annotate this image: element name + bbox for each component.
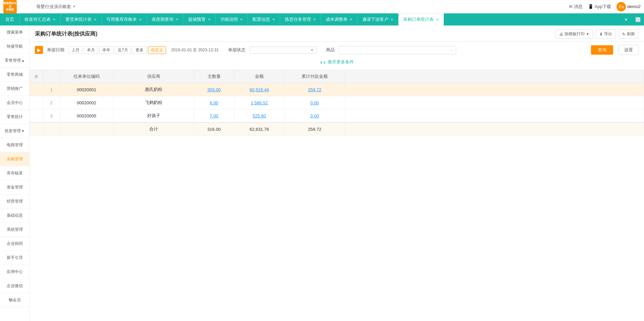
sidebar-label: 批发管理 <box>5 128 21 134</box>
sidebar-item-onboarding[interactable]: 新手引导 <box>0 251 29 265</box>
org-dropdown-icon: ▼ <box>72 5 76 8</box>
row-amount[interactable]: 525.80 <box>234 109 284 123</box>
sidebar-item-retail-mgmt[interactable]: 零售管理 ▲ <box>0 54 29 68</box>
th-gear[interactable]: ⚙ <box>30 70 43 83</box>
status-select[interactable]: ▼ <box>250 47 317 54</box>
tab-close-icon[interactable]: ✕ <box>350 17 353 22</box>
row-paid[interactable]: 259.72 <box>284 83 345 96</box>
tab-home[interactable]: 首页 <box>0 13 20 25</box>
sidebar-item-quick-nav[interactable]: 快捷导航 <box>0 40 29 54</box>
footer-extra <box>345 122 644 136</box>
row-amount[interactable]: 1,586.52 <box>234 96 284 109</box>
tab-成本调整单[interactable]: 成本调整单 ✕ <box>321 13 358 25</box>
tab-label: 采购订单统计表 <box>403 16 434 22</box>
table-row: 3 00020005 好孩子 7.00 525.80 0.00 <box>30 109 644 123</box>
th-supplier: 供应商 <box>113 70 194 83</box>
tab-close-icon[interactable]: ✕ <box>272 17 275 22</box>
row-check[interactable] <box>30 96 43 109</box>
tab-拣货任务管理[interactable]: 拣货任务管理 ✕ <box>280 13 321 25</box>
header-actions: 🖨 按模板打印 ▼ ⬇ 导出 ↻ 刷新 <box>555 30 639 39</box>
row-paid[interactable]: 0.00 <box>284 96 345 109</box>
tab-功能说明[interactable]: 功能说明 ✕ <box>216 13 248 25</box>
nav-expand-btn[interactable]: ⬜ <box>632 13 644 25</box>
row-check[interactable] <box>30 109 43 123</box>
row-paid[interactable]: 0.00 <box>284 109 345 123</box>
sidebar-item-search[interactable]: 搜索菜单 <box>0 25 29 40</box>
sidebar-item-basics[interactable]: 基础信息 <box>0 209 29 223</box>
expand-more-btn[interactable]: ∨∨ 展开更多条件 <box>317 58 357 66</box>
tab-label: 邀请下游客户 <box>362 16 388 22</box>
gear-icon[interactable]: ⚙ <box>34 74 38 79</box>
row-qty[interactable]: 7.00 <box>194 109 234 123</box>
shortcut-last-month[interactable]: 上月 <box>68 46 83 54</box>
tab-close-icon[interactable]: ✕ <box>436 17 439 22</box>
goods-input[interactable]: ··· <box>339 46 456 54</box>
refresh-button[interactable]: ↻ 刷新 <box>619 30 639 39</box>
user-area[interactable]: Ea demo2 <box>616 2 641 11</box>
shortcut-this-year[interactable]: 本年 <box>99 46 113 54</box>
print-label: 按模板打印 <box>565 31 585 37</box>
tab-収发存汇总表[interactable]: 收发存汇总表 ✕ <box>20 13 61 25</box>
sidebar-item-retail-stats[interactable]: 零售统计 <box>0 110 29 124</box>
print-button[interactable]: 🖨 按模板打印 ▼ <box>555 30 593 39</box>
sidebar-item-app-center[interactable]: 应用中心 <box>0 265 29 279</box>
footer-check <box>30 122 43 136</box>
export-button[interactable]: ⬇ 导出 <box>596 30 616 39</box>
sidebar-label: 经营管理 <box>1 199 28 204</box>
goods-filter-label: 商品 <box>326 47 335 53</box>
sidebar-item-system[interactable]: 系统管理 <box>0 223 29 237</box>
sidebar-item-wechat[interactable]: 企业微信 <box>0 279 29 293</box>
filter-toggle-btn[interactable]: ▶ <box>35 46 43 54</box>
row-amount[interactable]: 60,519.44 <box>234 83 284 96</box>
settings-button[interactable]: 设置 <box>619 45 639 55</box>
footer-paid: 259.72 <box>284 122 345 136</box>
tab-close-icon[interactable]: ✕ <box>139 17 142 22</box>
tab-保质期查询[interactable]: 保质期查询 ✕ <box>147 13 183 25</box>
logo-text-line2: 标签版 <box>3 8 17 11</box>
tab-配置信息[interactable]: 配置信息 ✕ <box>248 13 280 25</box>
sidebar-item-finance[interactable]: 资金管理 <box>0 180 29 195</box>
sidebar-item-marketing[interactable]: 营销推广 <box>0 82 29 96</box>
sidebar-item-wholesale[interactable]: 批发管理 ▼ <box>0 124 29 138</box>
tab-采购订单统计表[interactable]: 采购订单统计表 ✕ <box>398 13 444 25</box>
row-qty[interactable]: 6.00 <box>194 96 234 109</box>
row-code: 00020001 <box>60 83 113 96</box>
sidebar-item-inventory[interactable]: 库存核算 <box>0 166 29 180</box>
nav-close-btn[interactable]: ✕ <box>620 13 632 25</box>
shortcut-more[interactable]: 更多 <box>132 46 147 54</box>
sidebar-item-enterprise[interactable]: 企业协同 <box>0 237 29 251</box>
sidebar-item-retail-shop[interactable]: 零售商城 <box>0 68 29 82</box>
tab-close-icon[interactable]: ✕ <box>175 17 178 22</box>
sidebar-item-membership[interactable]: 畅会员 <box>0 293 29 307</box>
tab-close-icon[interactable]: ✕ <box>208 17 211 22</box>
message-btn[interactable]: ✉ 消息 <box>569 4 583 10</box>
sidebar-item-operations[interactable]: 经营管理 <box>0 195 29 209</box>
custom-date-badge[interactable]: 自定义 <box>148 46 166 54</box>
sidebar-item-ecommerce[interactable]: 电商管理 <box>0 138 29 152</box>
tab-要货单统计表[interactable]: 要货单统计表 ✕ <box>61 13 102 25</box>
tab-close-icon[interactable]: ✕ <box>240 17 243 22</box>
tab-close-icon[interactable]: ✕ <box>53 17 56 22</box>
app-download-label: App下载 <box>595 4 611 10</box>
tab-close-icon[interactable]: ✕ <box>94 17 97 22</box>
row-supplier: 飞鹤奶粉 <box>113 96 194 109</box>
tab-close-icon[interactable]: ✕ <box>390 17 393 22</box>
date-filter-label: 单据日期 <box>47 47 64 53</box>
tab-close-icon[interactable]: ✕ <box>313 17 316 22</box>
tab-邀请下游客户[interactable]: 邀请下游客户 ✕ <box>358 13 398 25</box>
app-download-btn[interactable]: 📱 App下载 <box>588 4 611 10</box>
org-selector[interactable]: 母婴行业演示账套 ▼ <box>33 4 569 10</box>
shortcut-7-days[interactable]: 近7天 <box>115 46 131 54</box>
shortcut-this-month[interactable]: 本月 <box>84 46 98 54</box>
search-button[interactable]: 查询 <box>591 45 613 55</box>
table-row: 1 00020001 惠氏奶粉 303.00 60,519.44 259.72 <box>30 83 644 96</box>
row-check[interactable] <box>30 83 43 96</box>
print-dropdown-icon: ▼ <box>586 32 589 36</box>
footer-amount: 62,631.76 <box>234 122 284 136</box>
sidebar-item-members[interactable]: 会员中心 <box>0 96 29 110</box>
tab-可用量库存账本[interactable]: 可用量库存账本 ✕ <box>102 13 147 25</box>
row-qty[interactable]: 303.00 <box>194 83 234 96</box>
ellipsis-icon: ··· <box>449 48 453 53</box>
tab-超储预警[interactable]: 超储预警 ✕ <box>183 13 216 25</box>
sidebar-item-purchase[interactable]: 采购管理 <box>0 152 29 166</box>
